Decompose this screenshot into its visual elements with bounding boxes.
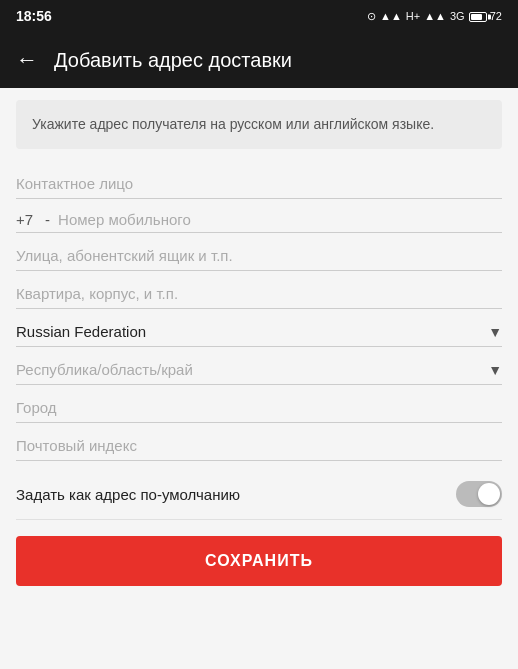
back-button[interactable]: ← (16, 47, 38, 73)
contact-field-group (16, 165, 502, 199)
3g-icon: 3G (450, 10, 465, 22)
phone-prefix: +7 (16, 211, 37, 228)
save-button[interactable]: СОХРАНИТЬ (16, 536, 502, 586)
postal-field-group (16, 427, 502, 461)
street-input[interactable] (16, 245, 502, 266)
network2-icon: ▲▲ (424, 10, 446, 22)
phone-separator: - (37, 211, 58, 228)
info-box: Укажите адрес получателя на русском или … (16, 100, 502, 149)
default-address-toggle[interactable] (456, 481, 502, 507)
apt-input[interactable] (16, 283, 502, 304)
default-address-toggle-row: Задать как адрес по-умолчанию (16, 465, 502, 520)
toggle-label: Задать как адрес по-умолчанию (16, 486, 240, 503)
country-value: Russian Federation (16, 323, 146, 340)
network-icon: H+ (406, 10, 420, 22)
phone-row: +7 - (16, 203, 502, 233)
country-arrow-icon: ▼ (488, 324, 502, 340)
alarm-icon: ⊙ (367, 10, 376, 23)
nav-bar: ← Добавить адрес доставки (0, 32, 518, 88)
phone-input[interactable] (58, 211, 502, 228)
main-content: Укажите адрес получателя на русском или … (0, 88, 518, 606)
status-time: 18:56 (16, 8, 52, 24)
save-button-container: СОХРАНИТЬ (16, 520, 502, 594)
signal-icon: ▲▲ (380, 10, 402, 22)
battery-text: 72 (469, 10, 502, 22)
info-text: Укажите адрес получателя на русском или … (32, 116, 434, 132)
region-placeholder: Республика/область/край (16, 361, 193, 378)
page-title: Добавить адрес доставки (54, 49, 292, 72)
country-dropdown[interactable]: Russian Federation ▼ (16, 313, 502, 347)
postal-input[interactable] (16, 435, 502, 456)
street-field-group (16, 237, 502, 271)
status-bar: 18:56 ⊙ ▲▲ H+ ▲▲ 3G 72 (0, 0, 518, 32)
city-field-group (16, 389, 502, 423)
contact-input[interactable] (16, 173, 502, 194)
region-arrow-icon: ▼ (488, 362, 502, 378)
city-input[interactable] (16, 397, 502, 418)
apt-field-group (16, 275, 502, 309)
region-dropdown[interactable]: Республика/область/край ▼ (16, 351, 502, 385)
status-icons: ⊙ ▲▲ H+ ▲▲ 3G 72 (367, 10, 502, 23)
